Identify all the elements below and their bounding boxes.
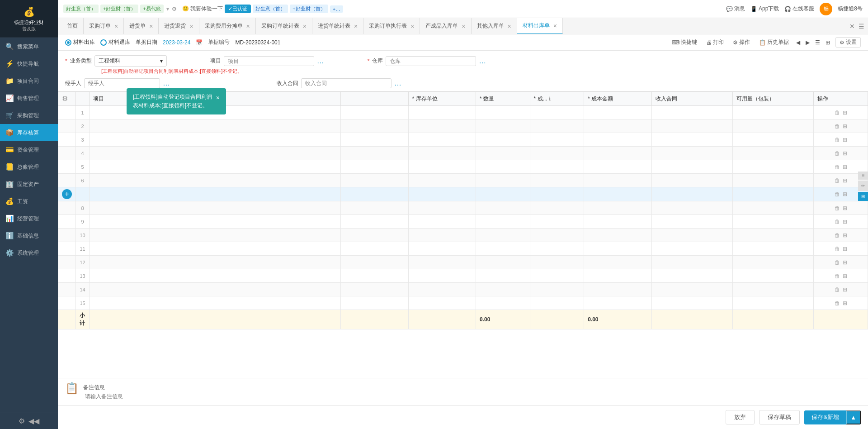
cell-usable-14[interactable] (733, 283, 814, 296)
cell-usable-2[interactable] (733, 119, 814, 133)
cell-cost-7[interactable] (530, 187, 584, 201)
cell-cost-15[interactable] (530, 296, 584, 310)
cell-income-9[interactable] (651, 215, 732, 229)
cell-spec-2[interactable] (341, 119, 408, 133)
cell-income-3[interactable] (651, 133, 732, 147)
cell-unit-12[interactable] (408, 256, 476, 269)
cell-item-12[interactable] (215, 256, 341, 269)
cell-spec-12[interactable] (341, 256, 408, 269)
copy-row-icon-7[interactable]: ⊞ (843, 191, 847, 197)
cell-cost-13[interactable] (530, 269, 584, 283)
cell-cost-amt-6[interactable] (584, 174, 651, 187)
nav-prev-btn[interactable]: ◀ (796, 39, 800, 46)
tab-purchase-exec[interactable]: 采购订单执行表 × (363, 18, 420, 34)
cell-item-8[interactable] (215, 201, 341, 215)
cell-project-10[interactable] (90, 229, 215, 242)
tab-material-out[interactable]: 材料出库单 × (517, 18, 563, 34)
sidebar-item-project[interactable]: 📁 项目合同 (0, 72, 58, 90)
cell-usable-3[interactable] (733, 133, 814, 147)
cell-usable-8[interactable] (733, 201, 814, 215)
cell-item-1[interactable] (215, 106, 341, 119)
cell-item-11[interactable] (215, 242, 341, 256)
cell-unit-15[interactable] (408, 296, 476, 310)
cell-usable-11[interactable] (733, 242, 814, 256)
income-contract-dots-btn[interactable]: … (394, 79, 401, 87)
sidebar-item-assets[interactable]: 🏢 固定资产 (0, 176, 58, 193)
cell-usable-10[interactable] (733, 229, 814, 242)
cell-spec-3[interactable] (341, 133, 408, 147)
delete-row-icon-4[interactable]: 🗑 (835, 150, 840, 157)
save-draft-btn[interactable]: 保存草稿 (759, 410, 800, 424)
delete-row-icon-14[interactable]: 🗑 (835, 286, 840, 293)
cell-spec-1[interactable] (341, 106, 408, 119)
sidebar-item-system[interactable]: ⚙️ 系统管理 (0, 244, 58, 262)
cell-qty-6[interactable] (476, 174, 530, 187)
cell-cost-amt-7[interactable] (584, 187, 651, 201)
project-dots-btn[interactable]: … (317, 57, 324, 65)
settings-bottom-icon[interactable]: ⚙ (19, 417, 25, 425)
cell-cost-6[interactable] (530, 174, 584, 187)
calendar-icon[interactable]: 📅 (196, 39, 203, 46)
copy-row-icon-5[interactable]: ⊞ (843, 164, 847, 170)
cell-cost-8[interactable] (530, 201, 584, 215)
cell-unit-11[interactable] (408, 242, 476, 256)
tab-goods-stats-close[interactable]: × (354, 23, 358, 30)
delete-row-icon-2[interactable]: 🗑 (835, 123, 840, 129)
quick-key-btn[interactable]: ⌨ 快捷键 (670, 38, 699, 47)
cell-usable-6[interactable] (733, 174, 814, 187)
cell-item-5[interactable] (215, 160, 341, 174)
cell-unit-3[interactable] (408, 133, 476, 147)
delete-row-icon-12[interactable]: 🗑 (835, 259, 840, 266)
view-grid-icon[interactable]: ⊞ (826, 39, 830, 46)
cell-unit-2[interactable] (408, 119, 476, 133)
cell-spec-6[interactable] (341, 174, 408, 187)
cell-project-5[interactable] (90, 160, 215, 174)
business-type-select[interactable]: 工程领料 ▾ (94, 55, 167, 67)
radio-material-return[interactable]: 材料退库 (100, 38, 130, 46)
tab-goods-receipt-close[interactable]: × (149, 23, 153, 30)
tab-goods-return[interactable]: 进货退货 × (159, 18, 199, 34)
sidebar-item-search[interactable]: 🔍 搜索菜单 (0, 38, 58, 55)
discard-btn[interactable]: 放弃 (726, 410, 755, 424)
cell-cost-amt-14[interactable] (584, 283, 651, 296)
cell-cost-amt-8[interactable] (584, 201, 651, 215)
sidebar-item-salary[interactable]: 💰 工资 (0, 193, 58, 210)
tab-purchase-stats-close[interactable]: × (303, 23, 307, 30)
cell-qty-9[interactable] (476, 215, 530, 229)
copy-row-icon-10[interactable]: ⊞ (843, 232, 847, 238)
cell-spec-14[interactable] (341, 283, 408, 296)
delete-row-icon-10[interactable]: 🗑 (835, 232, 840, 238)
cell-cost-amt-5[interactable] (584, 160, 651, 174)
nav-next-btn[interactable]: ▶ (806, 39, 810, 46)
cell-usable-4[interactable] (733, 147, 814, 160)
cell-spec-11[interactable] (341, 242, 408, 256)
cell-qty-13[interactable] (476, 269, 530, 283)
save-new-btn[interactable]: 保存&新增 (804, 410, 846, 424)
sidebar-item-sales[interactable]: 📈 销售管理 (0, 90, 58, 107)
cell-cost-4[interactable] (530, 147, 584, 160)
cell-income-12[interactable] (651, 256, 732, 269)
tag-arrow[interactable]: ▾ (166, 6, 169, 12)
cell-project-2[interactable] (90, 119, 215, 133)
cell-item-10[interactable] (215, 229, 341, 242)
cell-project-12[interactable] (90, 256, 215, 269)
sidebar-item-finance[interactable]: 💳 资金管理 (0, 141, 58, 158)
cell-spec-15[interactable] (341, 296, 408, 310)
cell-project-4[interactable] (90, 147, 215, 160)
cell-income-11[interactable] (651, 242, 732, 256)
tab-material-out-close[interactable]: × (553, 22, 557, 29)
copy-row-icon-15[interactable]: ⊞ (843, 300, 847, 306)
right-panel-btn1[interactable]: ≡ (858, 172, 868, 180)
cell-cost-amt-12[interactable] (584, 256, 651, 269)
cell-income-13[interactable] (651, 269, 732, 283)
delete-row-icon-11[interactable]: 🗑 (835, 246, 840, 252)
cell-spec-4[interactable] (341, 147, 408, 160)
cell-income-1[interactable] (651, 106, 732, 119)
cell-cost-amt-13[interactable] (584, 269, 651, 283)
delete-row-icon-8[interactable]: 🗑 (835, 205, 840, 211)
cell-project-3[interactable] (90, 133, 215, 147)
cell-cost-1[interactable] (530, 106, 584, 119)
cell-unit-8[interactable] (408, 201, 476, 215)
tab-goods-stats[interactable]: 进货单统计表 × (312, 18, 363, 34)
copy-row-icon-11[interactable]: ⊞ (843, 246, 847, 252)
